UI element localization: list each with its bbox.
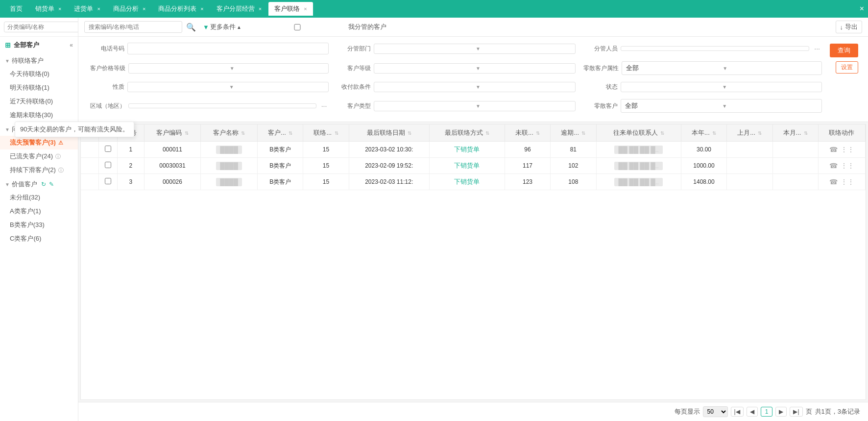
row-last-date-2: 2023-02-03 11:12:: [349, 174, 429, 190]
person-more-icon[interactable]: ···: [812, 43, 822, 54]
overdue-sort-icon[interactable]: ⇅: [581, 130, 585, 136]
last-month-sort-icon[interactable]: ⇅: [758, 130, 762, 136]
nav-analysis-list-close[interactable]: ×: [200, 6, 203, 12]
action-contact-icon-1[interactable]: ☎: [829, 162, 838, 170]
sidebar-all-customers[interactable]: ⊞ 全部客户 «: [0, 37, 78, 53]
action-more-icon-2[interactable]: ⋮⋮: [841, 178, 854, 186]
last-date-sort-icon[interactable]: ⇅: [408, 130, 411, 136]
sidebar-item-overdue[interactable]: 逾期未联络(30): [0, 108, 78, 122]
setting-button[interactable]: 设置: [836, 61, 858, 74]
per-page-select[interactable]: 50 100 200: [703, 406, 728, 417]
sidebar-item-tomorrow[interactable]: 明天待联络(1): [0, 81, 78, 95]
name-sort-icon[interactable]: ⇅: [241, 130, 245, 136]
this-year-sort-icon[interactable]: ⇅: [712, 130, 716, 136]
name-column[interactable]: 客户名称 ⇅: [201, 124, 258, 142]
last-method-link-0[interactable]: 下销货单: [454, 146, 480, 153]
payment-select[interactable]: ▼: [374, 82, 575, 92]
sidebar-item-declining[interactable]: 持续下滑客户(2) ⓘ: [0, 163, 78, 177]
sidebar-item-lost[interactable]: 已流失客户(24) ⓘ: [0, 149, 78, 163]
sidebar-item-ungrouped[interactable]: 未分组(32): [0, 191, 78, 204]
nav-sales-close[interactable]: ×: [58, 6, 61, 12]
close-all-button[interactable]: ×: [860, 4, 864, 13]
region-select[interactable]: [128, 103, 316, 108]
region-more-icon[interactable]: ···: [319, 100, 329, 112]
contact-column[interactable]: 联络... ⇅: [303, 124, 349, 142]
query-button[interactable]: 查询: [830, 44, 858, 57]
more-chevron-icon: ▲: [237, 25, 241, 30]
action-more-icon-0[interactable]: ⋮⋮: [841, 146, 854, 153]
sidebar-group-value-header[interactable]: ▼ 价值客户 ↻ ✎: [0, 177, 78, 191]
search-input[interactable]: [84, 21, 182, 33]
code-sort-icon[interactable]: ⇅: [185, 130, 189, 136]
sidebar-group-pending-header[interactable]: ▼ 待联络客户: [0, 53, 78, 67]
sidebar-item-week[interactable]: 近7天待联络(0): [0, 95, 78, 108]
nav-customer-contact-close[interactable]: ×: [304, 6, 307, 12]
zero-customer-select[interactable]: 全部 ▼: [621, 99, 822, 113]
last-method-link-2[interactable]: 下销货单: [454, 178, 480, 185]
customer-type-select[interactable]: ▼: [374, 101, 575, 111]
this-month-column[interactable]: 本月... ⇅: [772, 124, 818, 142]
this-year-column[interactable]: 本年... ⇅: [681, 124, 726, 142]
sidebar-search-input[interactable]: [4, 22, 78, 32]
nav-sales[interactable]: 销货单 ×: [29, 2, 67, 16]
sidebar-item-churn-risk[interactable]: 流失预警客户(3) ⚠: [0, 136, 78, 149]
dept-select[interactable]: ▼: [374, 44, 575, 54]
this-month-sort-icon[interactable]: ⇅: [804, 130, 808, 136]
edit-icon[interactable]: ✎: [49, 181, 54, 188]
last-method-column[interactable]: 最后联络方式 ⇅: [429, 124, 505, 142]
last-date-column[interactable]: 最后联络日期 ⇅: [349, 124, 429, 142]
nav-customer-tier-close[interactable]: ×: [259, 6, 262, 12]
action-contact-icon-2[interactable]: ☎: [829, 178, 838, 186]
contact-sort-icon[interactable]: ⇅: [335, 130, 338, 136]
next-page-button[interactable]: ▶: [775, 407, 787, 417]
unit-sort-icon[interactable]: ⇅: [660, 130, 664, 136]
search-button[interactable]: 🔍: [186, 23, 196, 32]
price-tier-select[interactable]: ▼: [128, 63, 329, 74]
nav-home[interactable]: 首页: [4, 2, 28, 16]
nav-analysis[interactable]: 商品分析 ×: [107, 2, 151, 16]
row-select-1[interactable]: [105, 162, 111, 168]
uncontacted-column[interactable]: 未联... ⇅: [505, 124, 550, 142]
sidebar-item-type-a[interactable]: A类客户(1): [0, 204, 78, 218]
action-more-icon-1[interactable]: ⋮⋮: [841, 162, 854, 170]
sidebar-collapse-icon[interactable]: «: [70, 42, 73, 49]
pending-arrow-icon: ▼: [5, 58, 10, 64]
my-customers-checkbox[interactable]: [248, 24, 346, 30]
overdue-column[interactable]: 逾期... ⇅: [551, 124, 596, 142]
sidebar-item-type-b[interactable]: B类客户(33): [0, 218, 78, 232]
unit-contact-column[interactable]: 往来单位联系人 ⇅: [596, 124, 681, 142]
filter-icon: ▼: [203, 24, 209, 31]
nav-purchase-close[interactable]: ×: [97, 6, 100, 12]
sidebar-item-today[interactable]: 今天待联络(0): [0, 67, 78, 81]
more-conditions-button[interactable]: ▼ 更多条件 ▲: [200, 21, 244, 33]
export-button[interactable]: ↓ 导出: [836, 21, 863, 33]
action-contact-icon-0[interactable]: ☎: [829, 146, 838, 153]
person-select[interactable]: [621, 46, 810, 51]
row-select-2[interactable]: [105, 178, 111, 184]
row-last-month-1: [727, 158, 772, 174]
my-customers-checkbox-label[interactable]: 我分管的客户: [248, 23, 386, 31]
zero-attr-select[interactable]: 全部 ▼: [622, 61, 822, 75]
type-column[interactable]: 客户... ⇅: [257, 124, 303, 142]
last-page-button[interactable]: ▶|: [790, 407, 802, 417]
nav-analysis-close[interactable]: ×: [143, 6, 145, 12]
phone-input[interactable]: [127, 43, 329, 54]
nav-customer-contact[interactable]: 客户联络 ×: [268, 2, 313, 16]
prev-page-button[interactable]: ◀: [747, 407, 758, 417]
last-method-sort-icon[interactable]: ⇅: [485, 130, 489, 136]
nav-purchase[interactable]: 进货单 ×: [68, 2, 106, 16]
nav-customer-tier[interactable]: 客户分层经营 ×: [211, 2, 267, 16]
row-select-0[interactable]: [105, 146, 111, 152]
type-sort-icon[interactable]: ⇅: [289, 130, 292, 136]
last-month-column[interactable]: 上月... ⇅: [727, 124, 772, 142]
first-page-button[interactable]: |◀: [731, 407, 744, 417]
status-select[interactable]: ▼: [621, 82, 822, 92]
sidebar-item-type-c[interactable]: C类客户(6): [0, 232, 78, 246]
code-column[interactable]: 客户编码 ⇅: [144, 124, 201, 142]
nature-select[interactable]: ▼: [127, 82, 329, 92]
last-method-link-1[interactable]: 下销货单: [454, 162, 480, 169]
nav-analysis-list[interactable]: 商品分析列表 ×: [152, 2, 209, 16]
uncontacted-sort-icon[interactable]: ⇅: [536, 130, 540, 136]
refresh-icon[interactable]: ↻: [41, 181, 46, 188]
customer-level-select[interactable]: ▼: [374, 63, 575, 74]
